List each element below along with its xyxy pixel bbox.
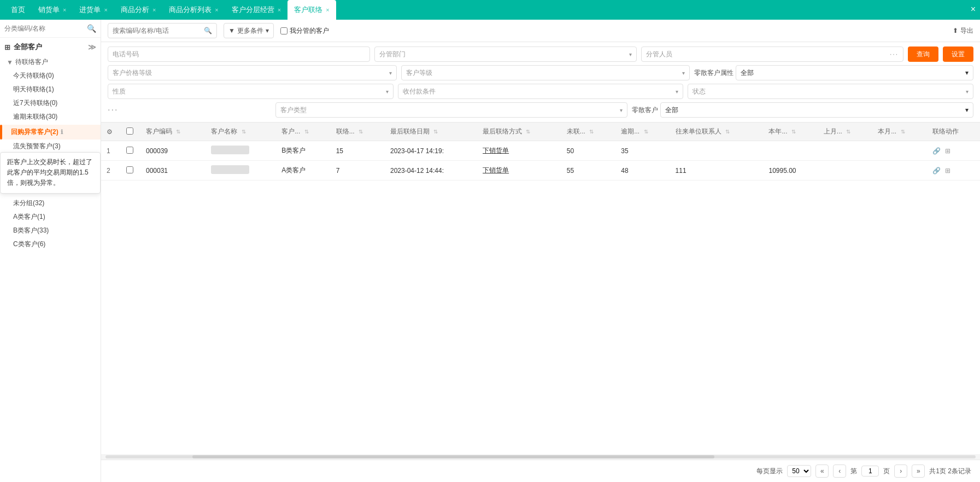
col-last-contact-date: 最后联络日期 ⇅: [385, 123, 477, 141]
sidebar-item-today[interactable]: 今天待联络(0): [0, 69, 101, 83]
my-customers-check[interactable]: [280, 27, 287, 34]
sort-type[interactable]: ⇅: [304, 129, 309, 135]
customer-grade-field[interactable]: 客户等级 ▾: [401, 65, 690, 80]
contact-method-link[interactable]: 下销货单: [483, 147, 509, 154]
sort-month[interactable]: ⇅: [901, 129, 905, 135]
row-name: [206, 141, 276, 161]
first-page-btn[interactable]: «: [815, 464, 829, 478]
sort-name[interactable]: ⇅: [242, 129, 246, 135]
customer-type-arrow: ▾: [620, 107, 623, 113]
nav-customer-segment-close[interactable]: ×: [278, 7, 281, 13]
pagination-bar: 每页显示 50 « ‹ 第 页 › » 共1页 2条记录: [101, 460, 980, 482]
row-action-icons: 🔗 ⊞: [927, 141, 980, 161]
grid-action-icon[interactable]: ⊞: [945, 147, 950, 155]
price-grade-field[interactable]: 客户价格等级 ▾: [108, 65, 397, 80]
more-conditions-btn[interactable]: ▼ 更多条件 ▾: [224, 23, 274, 38]
nav-product-analysis[interactable]: 商品分析 ×: [114, 0, 162, 20]
sidebar-item-7days[interactable]: 近7天待联络(0): [0, 96, 101, 110]
horizontal-scrollbar[interactable]: [101, 454, 980, 460]
dept-field[interactable]: 分管部门 ▾: [374, 47, 637, 62]
col-settings[interactable]: ⚙: [101, 123, 121, 141]
link-icon[interactable]: 🔗: [932, 167, 941, 175]
sort-contact-person[interactable]: ⇅: [725, 129, 730, 135]
row-contact: 7: [331, 161, 385, 181]
row-this-year: [763, 141, 818, 161]
sort-overdue[interactable]: ⇅: [644, 129, 648, 135]
last-page-btn[interactable]: »: [912, 464, 925, 478]
settings-button[interactable]: 设置: [943, 47, 973, 62]
row-last-contact-method[interactable]: 下销货单: [477, 161, 561, 181]
row-code: 000031: [140, 161, 206, 181]
contact-method-link[interactable]: 下销货单: [483, 166, 509, 174]
nature-field[interactable]: 性质 ▾: [108, 84, 394, 99]
sidebar-item-overdue[interactable]: 逾期未联络(30): [0, 110, 101, 124]
my-customers-checkbox[interactable]: 我分管的客户: [280, 26, 329, 36]
sidebar-item-a-class[interactable]: A类客户(1): [0, 210, 101, 224]
col-this-month: 本月... ⇅: [872, 123, 926, 141]
sidebar-search-input[interactable]: [4, 25, 87, 32]
dept-arrow: ▾: [629, 51, 632, 57]
nav-sales-close[interactable]: ×: [63, 7, 66, 13]
nav-home[interactable]: 首页: [4, 0, 32, 20]
row-customer-type: B类客户: [276, 141, 330, 161]
retail-customer-selector[interactable]: 全部 ▾: [660, 102, 973, 118]
nav-product-list[interactable]: 商品分析列表 ×: [162, 0, 225, 20]
per-page-select[interactable]: 50: [787, 465, 811, 477]
status-field[interactable]: 状态 ▾: [688, 84, 973, 99]
sort-year[interactable]: ⇅: [791, 129, 796, 135]
page-input[interactable]: [861, 466, 879, 477]
sidebar-all-customers-header[interactable]: ⊞ 全部客户 ≫: [0, 38, 101, 54]
grid-action-icon[interactable]: ⊞: [945, 167, 950, 175]
row-checkbox-cell[interactable]: [121, 141, 140, 161]
retail-attr-selector[interactable]: 全部 ▾: [736, 65, 973, 80]
row-checkbox-cell[interactable]: [121, 161, 140, 181]
manager-dots[interactable]: ···: [890, 50, 899, 58]
sidebar-item-tomorrow[interactable]: 明天待联络(1): [0, 83, 101, 96]
row-contact: 15: [331, 141, 385, 161]
pending-group-label[interactable]: ▼ 待联络客户: [0, 55, 101, 69]
sidebar-item-repurchase-abnormal[interactable]: 回购异常客户(2) ℹ: [0, 125, 101, 140]
sort-method[interactable]: ⇅: [526, 129, 530, 135]
nav-customer-contact[interactable]: 客户联络 ×: [287, 0, 336, 20]
export-btn[interactable]: ⬆ 导出: [953, 26, 973, 36]
nav-customer-contact-close[interactable]: ×: [326, 7, 329, 13]
link-icon[interactable]: 🔗: [932, 147, 941, 155]
sort-unlink[interactable]: ⇅: [589, 129, 594, 135]
nav-customer-segment[interactable]: 客户分层经营 ×: [225, 0, 287, 20]
next-page-btn[interactable]: ›: [894, 464, 907, 478]
nav-product-analysis-close[interactable]: ×: [152, 7, 156, 13]
row-last-contact-method[interactable]: 下销货单: [477, 141, 561, 161]
table-header-row: ⚙ 客户编码 ⇅ 客户名称 ⇅: [101, 123, 980, 141]
sidebar-item-ungroup[interactable]: 未分组(32): [0, 196, 101, 210]
collapse-icon[interactable]: ≫: [88, 43, 96, 51]
search-input-wrapper[interactable]: 🔍: [108, 23, 217, 38]
close-all-btn[interactable]: ×: [971, 4, 976, 14]
manager-field[interactable]: 分管人员 ···: [641, 47, 903, 62]
sidebar-item-churn-warning[interactable]: 流失预警客户(3): [0, 140, 101, 153]
row4-dots[interactable]: ···: [108, 105, 118, 115]
customer-type-field[interactable]: 客户类型 ▾: [275, 102, 627, 118]
sort-date[interactable]: ⇅: [433, 129, 438, 135]
row-checkbox[interactable]: [126, 147, 133, 154]
search-input[interactable]: [113, 27, 204, 34]
sidebar-item-b-class[interactable]: B类客户(33): [0, 224, 101, 237]
col-checkbox[interactable]: [121, 123, 140, 141]
sidebar-item-c-class[interactable]: C类客户(6): [0, 237, 101, 251]
sort-contact[interactable]: ⇅: [359, 129, 363, 135]
query-button[interactable]: 查询: [908, 47, 938, 62]
sort-lastmonth[interactable]: ⇅: [846, 129, 850, 135]
settings-icon[interactable]: ⚙: [107, 128, 113, 136]
sort-code[interactable]: ⇅: [176, 129, 180, 135]
row-checkbox[interactable]: [126, 166, 133, 173]
nav-sales[interactable]: 销货单 ×: [32, 0, 73, 20]
scroll-thumb[interactable]: [192, 455, 714, 458]
nav-product-list-close[interactable]: ×: [215, 7, 218, 13]
nav-purchase-close[interactable]: ×: [104, 7, 107, 13]
scroll-track[interactable]: [105, 455, 976, 458]
payment-field[interactable]: 收付款条件 ▾: [398, 84, 684, 99]
select-all-checkbox[interactable]: [126, 127, 133, 135]
col-actions: 联络动作: [927, 123, 980, 141]
phone-field[interactable]: 电话号码: [108, 47, 370, 62]
nav-purchase[interactable]: 进货单 ×: [73, 0, 114, 20]
prev-page-btn[interactable]: ‹: [833, 464, 846, 478]
